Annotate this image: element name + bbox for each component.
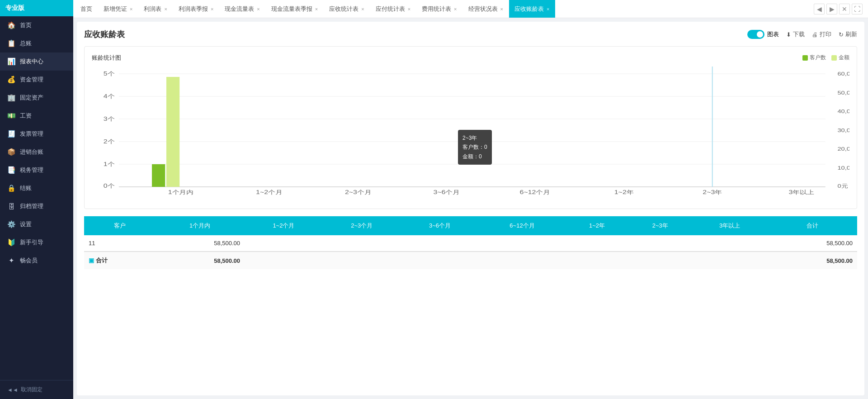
sidebar-item-guide[interactable]: 🔰 新手引导: [0, 233, 73, 252]
sidebar-item-label: 新手引导: [20, 238, 43, 247]
col-m612: 6~12个月: [479, 216, 565, 235]
sidebar-item-settings[interactable]: ⚙️ 设置: [0, 215, 73, 233]
footer-label: ▣合计: [84, 252, 155, 269]
guide-icon: 🔰: [7, 238, 15, 247]
tab-profit[interactable]: 利润表 ×: [138, 0, 173, 18]
tab-next-button[interactable]: ▶: [826, 4, 837, 14]
chart-toggle[interactable]: [747, 30, 764, 39]
cell-total: 58,500.00: [768, 235, 857, 252]
sidebar-item-vip[interactable]: ✦ 畅会员: [0, 252, 73, 270]
svg-text:2~3年: 2~3年: [703, 189, 722, 195]
svg-text:20,000.00元: 20,000.00元: [837, 146, 849, 152]
tab-profit-quarter[interactable]: 利润表季报 ×: [173, 0, 219, 18]
ledger-icon: 📋: [7, 39, 15, 48]
bar-amount-1: [166, 77, 179, 187]
sidebar-item-label: 发票管理: [20, 130, 43, 138]
col-y3plus: 3年以上: [692, 216, 768, 235]
tab-expense-stat[interactable]: 费用统计表 ×: [416, 0, 462, 18]
tab-close-profit[interactable]: ×: [164, 6, 167, 12]
tab-close-aging[interactable]: ×: [547, 6, 549, 12]
refresh-button[interactable]: ↻ 刷新: [839, 30, 857, 38]
sidebar-item-label: 首页: [20, 21, 32, 29]
tab-close-profit-quarter[interactable]: ×: [211, 6, 213, 12]
tab-close-cashflow[interactable]: ×: [257, 6, 259, 12]
tab-expand-button[interactable]: ⛶: [852, 4, 863, 14]
refresh-label: 刷新: [845, 30, 857, 38]
tab-aging[interactable]: 应收账龄表 ×: [509, 0, 555, 18]
sidebar-item-ledger[interactable]: 📋 总账: [0, 34, 73, 52]
footer-m12: [245, 252, 323, 269]
footer-y3plus: [692, 252, 768, 269]
tab-close-receivable-stat[interactable]: ×: [361, 6, 364, 12]
tab-prev-button[interactable]: ◀: [814, 4, 825, 14]
svg-text:50,000.00元: 50,000.00元: [837, 90, 849, 96]
page-title: 应收账龄表: [84, 29, 125, 40]
sidebar: 专业版 🏠 首页 📋 总账 📊 报表中心 💰 资金管理 🏢 固定资产 💵 工资 …: [0, 0, 73, 399]
bar-customers-1: [152, 164, 165, 187]
chart-toggle-label: 图表: [767, 30, 779, 38]
legend-amount: 金额: [831, 54, 849, 62]
chart-legend: 客户数 金额: [802, 54, 849, 62]
sidebar-item-salary[interactable]: 💵 工资: [0, 107, 73, 125]
sidebar-item-invoice[interactable]: 🧾 发票管理: [0, 125, 73, 143]
svg-text:3~6个月: 3~6个月: [433, 189, 460, 195]
col-y23: 2~3年: [628, 216, 692, 235]
table-footer-row: ▣合计 58,500.00 58,500.00: [84, 252, 857, 269]
tab-close-payable-stat[interactable]: ×: [408, 6, 410, 12]
assets-icon: 🏢: [7, 94, 15, 102]
tab-close-cashflow-quarter[interactable]: ×: [315, 6, 318, 12]
close-accounts-icon: 🔒: [7, 184, 15, 192]
col-m1: 1个月内: [155, 216, 245, 235]
tab-close-voucher[interactable]: ×: [130, 6, 132, 12]
tab-receivable-stat[interactable]: 应收统计表 ×: [324, 0, 370, 18]
svg-text:1个: 1个: [104, 161, 115, 167]
page-content: 应收账龄表 图表 ⬇ 下载 🖨 打印 ↻ 刷新: [77, 22, 864, 395]
cell-m1: 58,500.00: [155, 235, 245, 252]
svg-text:2个: 2个: [104, 138, 115, 145]
table-header: 客户 1个月内 1~2个月 2~3个月 3~6个月 6~12个月 1~2年 2~…: [84, 216, 857, 235]
svg-text:10,000.00元: 10,000.00元: [837, 165, 849, 171]
sidebar-item-home[interactable]: 🏠 首页: [0, 16, 73, 34]
sidebar-item-close[interactable]: 🔒 结账: [0, 179, 73, 197]
tab-business-stat[interactable]: 经营状况表 ×: [463, 0, 509, 18]
sidebar-item-label: 畅会员: [20, 256, 38, 265]
sidebar-item-label: 工资: [20, 112, 32, 120]
sidebar-footer-label: 取消固定: [21, 386, 42, 394]
col-m36: 3~6个月: [401, 216, 479, 235]
legend-amount-dot: [831, 55, 837, 61]
cell-m23: [323, 235, 401, 252]
sidebar-item-archive[interactable]: 🗄 归档管理: [0, 197, 73, 215]
tab-close-business-stat[interactable]: ×: [500, 6, 503, 12]
purchase-icon: 📦: [7, 148, 15, 156]
sidebar-item-label: 设置: [20, 220, 32, 228]
download-icon: ⬇: [786, 31, 791, 38]
footer-m612: [479, 252, 565, 269]
svg-text:4个: 4个: [104, 93, 115, 100]
tab-cashflow[interactable]: 现金流量表 ×: [219, 0, 265, 18]
funds-icon: 💰: [7, 76, 15, 84]
tabbar: 首页 新增凭证 × 利润表 × 利润表季报 × 现金流量表 × 现金流量表季报 …: [73, 0, 868, 18]
sidebar-item-assets[interactable]: 🏢 固定资产: [0, 89, 73, 107]
chart-svg-container: 5个 4个 3个 2个 1个 0个 60,000.00元 50,000.00元 …: [92, 66, 849, 198]
sidebar-item-tax[interactable]: 📑 税务管理: [0, 161, 73, 179]
table-body: 11 58,500.00 58,500.00: [84, 235, 857, 252]
print-button[interactable]: 🖨 打印: [812, 30, 831, 38]
tab-close-all-button[interactable]: ✕: [839, 4, 850, 14]
tab-cashflow-quarter[interactable]: 现金流量表季报 ×: [266, 0, 324, 18]
chart-svg: 5个 4个 3个 2个 1个 0个 60,000.00元 50,000.00元 …: [92, 66, 849, 198]
tab-close-expense-stat[interactable]: ×: [454, 6, 457, 12]
sidebar-item-purchase[interactable]: 📦 进销台账: [0, 143, 73, 161]
svg-text:60,000.00元: 60,000.00元: [837, 71, 849, 77]
tab-voucher[interactable]: 新增凭证 ×: [98, 0, 138, 18]
sidebar-pin-toggle[interactable]: ◄◄ 取消固定: [0, 380, 73, 399]
col-m12: 1~2个月: [245, 216, 323, 235]
tab-payable-stat[interactable]: 应付统计表 ×: [370, 0, 416, 18]
sidebar-item-reports[interactable]: 📊 报表中心: [0, 52, 73, 71]
pin-icon: ◄◄: [7, 387, 18, 393]
print-label: 打印: [820, 30, 831, 38]
footer-m1: 58,500.00: [155, 252, 245, 269]
download-button[interactable]: ⬇ 下载: [786, 30, 805, 38]
svg-text:30,000.00元: 30,000.00元: [837, 128, 849, 133]
sidebar-item-funds[interactable]: 💰 资金管理: [0, 71, 73, 89]
tab-home[interactable]: 首页: [75, 0, 98, 18]
